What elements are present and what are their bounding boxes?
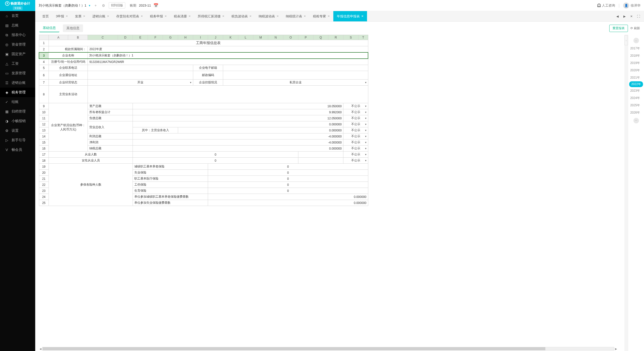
cell-value[interactable]: 刘小艳演示账套（勿删勿动！）1 [88,52,368,59]
switch-old-button[interactable]: 切到旧版 [109,2,125,9]
tab-close-icon[interactable]: ✕ [361,15,364,18]
cell-value[interactable]: 0.000000 [133,121,343,127]
col-header[interactable]: A [49,35,68,40]
row-number[interactable]: 4 [39,59,49,65]
col-header[interactable]: G [163,35,178,40]
year-option[interactable]: 2018年 [629,52,643,59]
vertical-scrollbar[interactable] [624,35,628,351]
row-number[interactable]: 23 [39,188,49,194]
dropdown-cell[interactable]: 不公示▼ [343,103,368,109]
account-selector[interactable]: 刘小艳演示账套（勿删勿动！）1 [39,3,86,8]
year-option[interactable]: 2017年 [629,45,643,52]
row-number[interactable]: 24 [39,194,49,200]
dropdown-cell[interactable]: 不公示▼ [343,158,368,164]
col-header[interactable]: Q [313,35,328,40]
tab-close-icon[interactable]: ✕ [328,15,330,18]
tab[interactable]: 年报信息申报表✕ [333,11,367,21]
col-header[interactable] [39,35,49,40]
row-number[interactable]: 14 [39,133,49,139]
nav-close[interactable]: ✓结账 [0,97,35,107]
year-option[interactable]: 2023年 [629,87,643,94]
cell-value[interactable]: 0 [208,164,368,170]
row-number[interactable]: 2 [39,46,49,53]
cell-value[interactable] [88,65,193,71]
cell-value[interactable] [223,65,368,71]
dropdown-cell[interactable]: 开业▼ [88,80,193,86]
refresh-button[interactable]: ⟳刷新 [630,26,640,30]
dropdown-cell[interactable]: 私营企业▼ [223,80,368,86]
tab-close-icon[interactable]: ✕ [83,15,85,18]
tab[interactable]: 存货别名对照表✕ [113,11,146,21]
col-header[interactable]: L [238,35,253,40]
year-down-icon[interactable]: ﹀ [633,118,639,123]
row-number[interactable]: 19 [39,164,49,170]
col-header[interactable]: I [193,35,208,40]
cell-value[interactable]: 0 [133,158,298,164]
tab[interactable]: 进销台账✕ [89,11,113,21]
cell-value[interactable]: 0 [208,170,368,176]
cell-value[interactable]: -4.000000 [133,139,343,146]
cell-value[interactable]: 91320811MA7NGR2W6R [88,59,368,65]
cell-value[interactable]: 0 [208,176,368,182]
col-header[interactable]: N [268,35,283,40]
cell-value[interactable]: 18.050000 [133,103,343,109]
nav-tax[interactable]: ◈税务管理 [0,88,35,97]
cell-value[interactable] [223,71,368,80]
year-option[interactable]: 2025年 [629,102,643,109]
nav-settings[interactable]: ⚙设置 [0,126,35,135]
nav-fund[interactable]: ◎资金管理 [0,40,35,49]
nav-vip[interactable]: V畅会员 [0,145,35,155]
col-header[interactable]: R [328,35,343,40]
dropdown-cell[interactable]: 不公示▼ [343,146,368,152]
col-header[interactable]: D [118,35,133,40]
cell-value[interactable]: 0 [208,182,368,188]
cell-value[interactable]: 0.000000 [208,200,368,206]
col-header[interactable]: M [253,35,268,40]
col-header[interactable]: S [343,35,358,40]
tab[interactable]: 纳税统计表✕ [282,11,309,21]
col-header[interactable]: J [208,35,223,40]
dropdown-cell[interactable]: 不公示▼ [343,127,368,133]
fullscreen-icon[interactable]: ⛶ [635,13,641,19]
year-panel-collapse-icon[interactable]: ‹ [624,35,628,45]
cell-value[interactable]: 12.050000 [133,115,343,121]
row-number[interactable]: 11 [39,115,49,121]
cell-value[interactable]: 0 [208,188,368,194]
row-number[interactable]: 3 [39,52,49,59]
dropdown-cell[interactable]: 不公示▼ [343,133,368,139]
dropdown-cell[interactable]: 不公示▼ [343,121,368,127]
col-header[interactable]: F [148,35,163,40]
row-number[interactable]: 13 [39,127,49,133]
tabs-prev-icon[interactable]: ◀ [614,13,620,19]
col-header[interactable]: T [358,35,368,40]
cell-value[interactable]: 2022年度 [88,46,368,53]
row-number[interactable]: 17 [39,152,49,158]
tab-close-icon[interactable]: ✕ [107,15,109,18]
tab-close-icon[interactable]: ✕ [141,15,143,18]
nav-ledger[interactable]: ▤总账 [0,21,35,30]
sub-tab-basic[interactable]: 基础信息 [39,24,59,32]
row-number[interactable]: 16 [39,146,49,152]
col-header[interactable]: O [283,35,298,40]
tab[interactable]: 税表清册✕ [170,11,194,21]
row-number[interactable]: 8 [39,86,49,103]
dropdown-cell[interactable]: 不公示▼ [343,152,368,158]
cell-value[interactable]: -4.000000 [133,133,343,139]
calendar-icon[interactable]: 📅 [153,3,158,8]
dropdown-cell[interactable]: 不公示▼ [343,139,368,146]
year-up-icon[interactable]: ︿ [633,38,639,43]
nav-archive[interactable]: ▦归档管理 [0,107,35,116]
tab[interactable]: 纳税波动表✕ [255,11,282,21]
tabs-next-icon[interactable]: ▶ [621,13,627,19]
row-number[interactable]: 12 [39,121,49,127]
horizontal-scrollbar[interactable] [42,347,614,350]
tab-close-icon[interactable]: ✕ [66,15,68,18]
hscroll-left-icon[interactable]: ◀ [39,347,42,350]
nav-home[interactable]: ⌂首页 [0,11,35,21]
row-number[interactable]: 10 [39,109,49,115]
year-option[interactable]: 2019年 [629,59,643,67]
tab[interactable]: 首页 [39,11,52,21]
tab[interactable]: 税负波动表✕ [228,11,255,21]
nav-asset[interactable]: ▣固定资产 [0,49,35,59]
add-icon[interactable]: ＋ [93,3,98,8]
